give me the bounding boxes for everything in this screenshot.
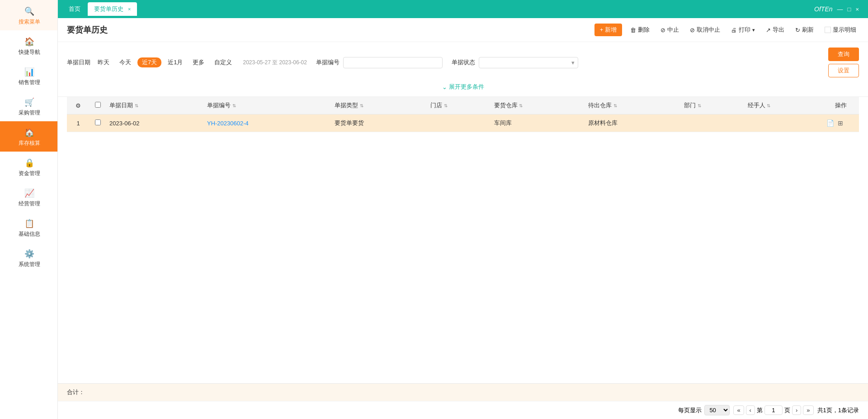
topbar-right: OfTEn — □ × bbox=[814, 5, 863, 13]
page-size-wrap: 每页显示 20 50 100 200 bbox=[678, 405, 730, 415]
status-filter-select[interactable] bbox=[479, 57, 578, 68]
date-option-1month[interactable]: 近1月 bbox=[164, 57, 186, 67]
filter-action-btns: 查询 设置 bbox=[828, 48, 859, 77]
sort-store-icon[interactable]: ⇅ bbox=[444, 103, 448, 108]
table-header-row: ⚙ 单据日期 ⇅ 单据编号 ⇅ 单据类型 bbox=[67, 97, 859, 114]
col-doc-type: 单据类型 ⇅ bbox=[331, 97, 427, 114]
date-option-more[interactable]: 更多 bbox=[189, 57, 208, 67]
brand-label: OfTEn bbox=[814, 5, 832, 13]
sidebar-item-basic-info[interactable]: 📋 基础信息 bbox=[0, 212, 57, 243]
date-range-display: 2023-05-27 至 2023-06-02 bbox=[243, 59, 307, 67]
col-doc-date: 单据日期 ⇅ bbox=[106, 97, 203, 114]
new-button-label: + 新增 bbox=[600, 26, 617, 34]
date-option-7days[interactable]: 近7天 bbox=[137, 57, 161, 67]
sort-handler-icon[interactable]: ⇅ bbox=[767, 103, 770, 108]
show-detail-label: 显示明细 bbox=[833, 26, 856, 34]
docno-filter-group: 单据编号 bbox=[316, 57, 443, 68]
tab-active[interactable]: 要货单历史 × bbox=[88, 2, 137, 16]
show-detail-checkbox[interactable] bbox=[825, 27, 831, 33]
export-button-label: 导出 bbox=[773, 26, 784, 34]
date-option-today[interactable]: 今天 bbox=[116, 57, 135, 67]
refresh-button[interactable]: ↻ 刷新 bbox=[793, 24, 816, 36]
first-page-btn[interactable]: « bbox=[733, 405, 744, 415]
print-button[interactable]: 🖨 打印 ▾ bbox=[728, 24, 758, 36]
next-page-btn[interactable]: › bbox=[792, 405, 801, 415]
export-icon: ↗ bbox=[766, 27, 771, 33]
expand-more-btn[interactable]: ⌄ 展开更多条件 bbox=[442, 83, 484, 91]
docno-filter-input[interactable] bbox=[343, 57, 443, 68]
sidebar-label-quick-nav: 快捷导航 bbox=[19, 48, 40, 56]
page-size-select[interactable]: 20 50 100 200 bbox=[704, 405, 730, 415]
query-button[interactable]: 查询 bbox=[828, 48, 859, 61]
row-checkbox-0[interactable] bbox=[95, 119, 101, 125]
row-doc-no-0[interactable]: YH-20230602-4 bbox=[203, 114, 331, 132]
new-button[interactable]: + 新增 bbox=[594, 24, 622, 36]
date-filter-group: 单据日期 昨天 今天 近7天 近1月 更多 自定义 2023-05-27 至 2… bbox=[67, 57, 307, 67]
sidebar-label-basic-info: 基础信息 bbox=[19, 230, 40, 238]
sort-doc-date-icon[interactable]: ⇅ bbox=[135, 103, 138, 108]
date-range-text: 2023-05-27 至 2023-06-02 bbox=[243, 59, 307, 66]
delete-button-label: 删除 bbox=[638, 26, 650, 34]
col-settings[interactable]: ⚙ bbox=[67, 97, 90, 114]
sidebar-icon-quick-nav: 🏠 bbox=[24, 37, 34, 47]
status-select-wrap: ▾ bbox=[479, 57, 578, 68]
window-minimize[interactable]: — bbox=[837, 6, 843, 13]
date-option-yesterday[interactable]: 昨天 bbox=[94, 57, 113, 67]
sidebar-label-operations: 经营管理 bbox=[19, 200, 40, 208]
sort-doc-type-icon[interactable]: ⇅ bbox=[360, 103, 363, 108]
window-maximize[interactable]: □ bbox=[848, 6, 851, 13]
sort-doc-no-icon[interactable]: ⇅ bbox=[232, 103, 236, 108]
sidebar-item-operations[interactable]: 📈 经营管理 bbox=[0, 182, 57, 212]
delete-button[interactable]: 🗑 删除 bbox=[627, 24, 652, 36]
select-all-checkbox[interactable] bbox=[95, 102, 101, 108]
expand-down-icon: ⌄ bbox=[442, 84, 447, 90]
stop-icon: ⊘ bbox=[660, 27, 665, 33]
page-label: 第 bbox=[757, 406, 763, 414]
date-option-custom[interactable]: 自定义 bbox=[211, 57, 236, 67]
page-number-input[interactable] bbox=[764, 405, 783, 415]
stop-button[interactable]: ⊘ 中止 bbox=[658, 24, 682, 36]
print-icon: 🖨 bbox=[731, 27, 737, 33]
window-close[interactable]: × bbox=[855, 6, 859, 13]
tab-home-label: 首页 bbox=[69, 5, 80, 13]
row-department-0 bbox=[680, 114, 744, 132]
sidebar-item-purchase[interactable]: 🛒 采购管理 bbox=[0, 91, 57, 121]
col-store: 门店 ⇅ bbox=[427, 97, 490, 114]
sidebar-item-sales[interactable]: 📊 销售管理 bbox=[0, 61, 57, 91]
prev-page-btn[interactable]: ‹ bbox=[746, 405, 755, 415]
pagination-bar: 每页显示 20 50 100 200 « ‹ 第 页 › » 共1页，1条记录 bbox=[58, 401, 868, 419]
sidebar-item-inventory[interactable]: 🏠 库存核算 bbox=[0, 121, 57, 152]
tab-home[interactable]: 首页 bbox=[62, 2, 87, 16]
sidebar-item-finance[interactable]: 🔒 资金管理 bbox=[0, 152, 57, 182]
row-edit-icon-0[interactable]: 📄 bbox=[826, 119, 834, 127]
row-delete-icon-0[interactable]: ⊞ bbox=[838, 119, 843, 127]
settings-button[interactable]: 设置 bbox=[828, 64, 859, 77]
sidebar-icon-operations: 📈 bbox=[24, 188, 34, 198]
sort-req-warehouse-icon[interactable]: ⇅ bbox=[519, 103, 523, 108]
col-req-warehouse: 要货仓库 ⇅ bbox=[491, 97, 585, 114]
toolbar: + 新增 🗑 删除 ⊘ 中止 ⊘ 取消中止 🖨 打印 ▾ bbox=[594, 24, 859, 36]
last-page-btn[interactable]: » bbox=[803, 405, 813, 415]
tab-active-label: 要货单历史 bbox=[94, 5, 123, 13]
sidebar-label-finance: 资金管理 bbox=[19, 170, 40, 177]
sort-department-icon[interactable]: ⇅ bbox=[698, 103, 701, 108]
date-options: 昨天 今天 近7天 近1月 更多 自定义 bbox=[94, 57, 236, 67]
show-detail-button[interactable]: 显示明细 bbox=[822, 24, 859, 36]
print-button-label: 打印 bbox=[739, 26, 750, 34]
row-doc-link-0[interactable]: YH-20230602-4 bbox=[207, 120, 249, 127]
sidebar-item-quick-nav[interactable]: 🏠 快捷导航 bbox=[0, 30, 57, 61]
col-department: 部门 ⇅ bbox=[680, 97, 744, 114]
sidebar-item-system[interactable]: ⚙️ 系统管理 bbox=[0, 243, 57, 273]
export-button[interactable]: ↗ 导出 bbox=[763, 24, 787, 36]
expand-btn-label: 展开更多条件 bbox=[449, 83, 484, 91]
sidebar-label-sales: 销售管理 bbox=[19, 79, 40, 86]
filter-row-1: 单据日期 昨天 今天 近7天 近1月 更多 自定义 2023-05-27 至 2… bbox=[67, 48, 859, 77]
stop-button-label: 中止 bbox=[667, 26, 679, 34]
content-area: 要货单历史 + 新增 🗑 删除 ⊘ 中止 ⊘ 取消中止 🖨 bbox=[58, 18, 868, 419]
sort-pending-warehouse-icon[interactable]: ⇅ bbox=[613, 103, 617, 108]
row-handler-0 bbox=[744, 114, 823, 132]
sidebar-item-search-menu[interactable]: 🔍 搜索菜单 bbox=[0, 0, 57, 30]
close-tab-icon[interactable]: × bbox=[128, 6, 131, 12]
filter-area: 单据日期 昨天 今天 近7天 近1月 更多 自定义 2023-05-27 至 2… bbox=[58, 42, 868, 97]
cancel-stop-button[interactable]: ⊘ 取消中止 bbox=[687, 24, 723, 36]
